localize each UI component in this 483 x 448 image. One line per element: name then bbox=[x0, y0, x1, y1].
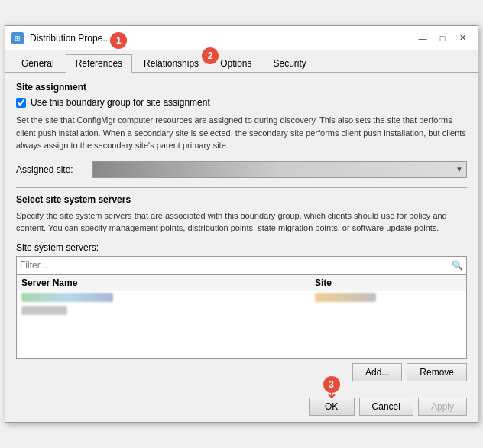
site-assignment-checkbox-label: Use this boundary group for site assignm… bbox=[31, 97, 210, 108]
tab-security[interactable]: Security bbox=[263, 54, 316, 73]
dropdown-arrow-icon: ▼ bbox=[455, 165, 463, 174]
site-system-servers-label: Select site system servers bbox=[16, 194, 467, 205]
section-divider bbox=[16, 187, 467, 188]
site-assignment-label: Site assignment bbox=[16, 82, 467, 93]
site-system-servers-description: Specify the site system servers that are… bbox=[16, 209, 467, 235]
apply-button[interactable]: Apply bbox=[418, 398, 467, 416]
dialog-window: ⊞ Distribution Prope... 1 — □ ✕ General … bbox=[5, 25, 478, 423]
cancel-button[interactable]: Cancel bbox=[359, 398, 413, 416]
column-server-name: Server Name bbox=[21, 278, 315, 288]
filter-box: 🔍 bbox=[16, 256, 467, 274]
filter-input[interactable] bbox=[20, 260, 452, 271]
tab-options[interactable]: Options bbox=[210, 54, 261, 73]
window-icon: ⊞ bbox=[11, 32, 24, 44]
site-assignment-description: Set the site that ConfigMgr computer res… bbox=[16, 114, 467, 152]
table-row[interactable] bbox=[17, 304, 466, 317]
column-site: Site bbox=[315, 278, 462, 288]
tab-relationships[interactable]: Relationships 2 bbox=[134, 54, 209, 73]
search-icon: 🔍 bbox=[452, 260, 463, 271]
server-name-cell bbox=[21, 306, 315, 315]
annotation-1: 1 bbox=[110, 32, 127, 49]
tab-general[interactable]: General bbox=[11, 54, 64, 73]
remove-button[interactable]: Remove bbox=[407, 363, 467, 381]
servers-list-label: Site system servers: bbox=[16, 242, 467, 253]
tab-bar: General References Relationships 2 Optio… bbox=[5, 50, 478, 73]
title-bar: ⊞ Distribution Prope... 1 — □ ✕ bbox=[5, 26, 478, 50]
close-button[interactable]: ✕ bbox=[453, 31, 472, 46]
maximize-button[interactable]: □ bbox=[433, 31, 452, 46]
window-title: Distribution Prope... bbox=[30, 33, 110, 44]
assigned-site-dropdown[interactable]: ▼ bbox=[92, 161, 467, 178]
tab-references[interactable]: References bbox=[66, 54, 132, 73]
site-assignment-checkbox[interactable] bbox=[16, 98, 26, 108]
table-header: Server Name Site bbox=[17, 275, 466, 291]
window-controls: — □ ✕ bbox=[413, 31, 472, 46]
add-button[interactable]: Add... bbox=[352, 363, 402, 381]
assigned-site-row: Assigned site: ▼ bbox=[16, 161, 467, 178]
assigned-site-label: Assigned site: bbox=[16, 164, 85, 175]
table-row[interactable] bbox=[17, 291, 466, 304]
servers-table: Server Name Site bbox=[16, 274, 467, 359]
annotation-3-arrow bbox=[326, 388, 338, 399]
site-cell bbox=[315, 293, 462, 302]
server-name-cell bbox=[21, 293, 315, 302]
minimize-button[interactable]: — bbox=[413, 31, 432, 46]
footer: 3 OK Cancel Apply bbox=[5, 391, 478, 422]
tab-content: Site assignment Use this boundary group … bbox=[5, 73, 478, 391]
ok-button[interactable]: OK bbox=[309, 398, 355, 416]
action-row: Add... Remove bbox=[16, 363, 467, 381]
site-assignment-checkbox-row: Use this boundary group for site assignm… bbox=[16, 97, 467, 108]
